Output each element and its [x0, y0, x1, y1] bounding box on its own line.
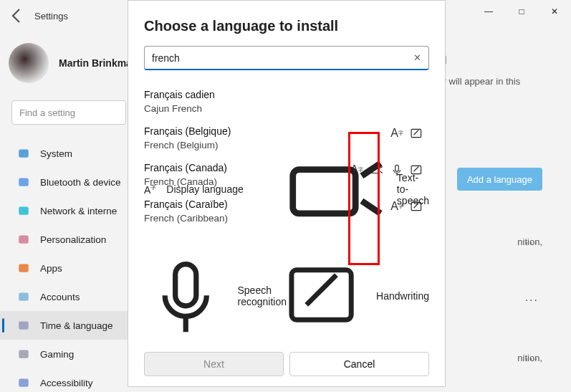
svg-rect-0	[19, 149, 29, 157]
language-search-field[interactable]	[152, 52, 413, 64]
sidebar-icon	[17, 262, 30, 274]
avatar	[9, 43, 49, 83]
page-heading: n	[435, 46, 564, 69]
sidebar-item-system[interactable]: System	[0, 139, 128, 168]
add-language-button[interactable]: Add a language	[457, 168, 542, 191]
app-title: Settings	[34, 11, 68, 21]
svg-rect-4	[19, 264, 29, 272]
svg-rect-3	[19, 235, 29, 243]
install-language-dialog: Choose a language to install ✕ Français …	[128, 0, 446, 387]
sidebar-item-apps[interactable]: Apps	[0, 254, 128, 282]
profile-name: Martin Brinkma	[59, 57, 132, 69]
sidebar-item-label: Personalization	[40, 234, 106, 245]
sidebar-item-network[interactable]: Network & interne	[0, 196, 128, 225]
handwriting-icon	[287, 255, 366, 337]
svg-rect-7	[19, 350, 29, 358]
cancel-button[interactable]: Cancel	[289, 352, 429, 376]
svg-rect-2	[19, 206, 29, 214]
sidebar-icon	[17, 147, 30, 160]
sidebar-item-label: Time & language	[40, 320, 113, 331]
sidebar-item-label: System	[40, 148, 72, 159]
sidebar-item-personalization[interactable]: Personalization	[0, 225, 128, 254]
sidebar-item-label: Apps	[40, 263, 62, 274]
find-setting-input[interactable]: Find a setting	[11, 100, 126, 125]
sidebar-icon	[17, 204, 30, 217]
sidebar-icon	[17, 376, 30, 389]
feature-legend: A字Display language Text-to-speech Speech…	[128, 130, 445, 348]
sidebar-item-bluetooth[interactable]: Bluetooth & device	[0, 168, 128, 196]
sidebar-item-label: Network & interne	[40, 206, 117, 216]
close-window-button[interactable]: ✕	[538, 0, 571, 23]
more-button[interactable]: ···	[525, 353, 539, 365]
legend-label: Speech recognition	[238, 285, 287, 307]
svg-rect-5	[19, 292, 29, 300]
sidebar-item-label: Bluetooth & device	[40, 177, 121, 188]
svg-rect-6	[19, 321, 29, 329]
display-language-icon: A字	[144, 183, 156, 196]
tts-icon	[287, 138, 387, 241]
language-option[interactable]: Français cadienCajun French	[128, 83, 445, 120]
clear-search-icon[interactable]: ✕	[413, 52, 421, 63]
language-native-name: Français cadien	[144, 89, 429, 100]
sidebar: SystemBluetooth & deviceNetwork & intern…	[0, 139, 128, 392]
sidebar-icon	[17, 233, 30, 246]
page-content: n rer will appear in this	[435, 46, 564, 87]
sidebar-icon	[17, 176, 30, 188]
svg-rect-15	[176, 264, 196, 305]
sidebar-item-gaming[interactable]: Gaming	[0, 340, 128, 368]
more-button[interactable]: ···	[525, 294, 539, 307]
sidebar-item-label: Gaming	[40, 349, 74, 360]
maximize-button[interactable]: □	[505, 0, 538, 23]
sidebar-icon	[17, 290, 30, 303]
back-button[interactable]	[9, 7, 26, 24]
svg-rect-1	[19, 178, 29, 186]
legend-label: Handwriting	[376, 290, 429, 302]
sidebar-icon	[17, 319, 30, 332]
language-english-name: Cajun French	[144, 103, 429, 114]
speech-icon	[144, 254, 228, 340]
dialog-title: Choose a language to install	[128, 1, 445, 46]
svg-rect-8	[19, 378, 29, 386]
svg-rect-14	[293, 169, 355, 213]
legend-label: Text-to-speech	[397, 172, 429, 206]
sidebar-item-accounts[interactable]: Accounts	[0, 282, 128, 311]
next-button[interactable]: Next	[144, 352, 284, 376]
sidebar-item-label: Accessibility	[40, 378, 93, 388]
search-placeholder: Find a setting	[19, 107, 75, 118]
minimize-button[interactable]: —	[472, 0, 505, 23]
profile-block: Martin Brinkma	[9, 43, 132, 83]
sidebar-icon	[17, 348, 30, 360]
page-description: rer will appear in this	[435, 76, 564, 87]
svg-rect-16	[292, 270, 351, 320]
settings-header: Settings	[9, 7, 68, 24]
language-search-input[interactable]: ✕	[144, 46, 429, 70]
sidebar-item-accessibility[interactable]: Accessibility	[0, 368, 128, 392]
legend-label: Display language	[166, 183, 243, 195]
sidebar-item-label: Accounts	[40, 292, 80, 302]
more-button[interactable]: ···	[525, 236, 539, 249]
sidebar-item-time[interactable]: Time & language	[0, 311, 128, 340]
